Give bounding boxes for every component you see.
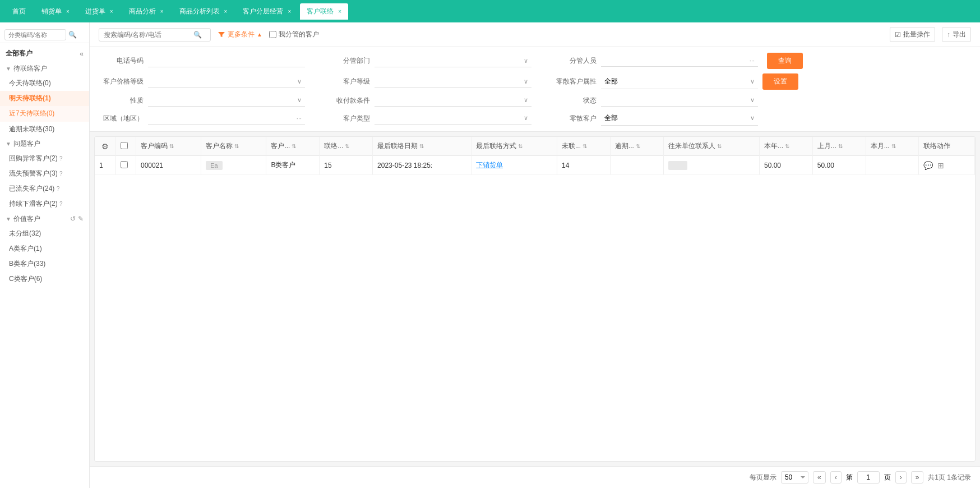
sidebar-item-a-class[interactable]: A类客户(1) [0,241,89,256]
settings-icon[interactable]: ⚙ [99,140,111,153]
grid-action-icon[interactable]: ⊞ [937,161,944,170]
select-customer-grade[interactable]: ∨ [375,76,531,88]
close-analysis-icon[interactable]: × [160,8,164,15]
query-btn[interactable]: 查询 [767,53,803,69]
sort-no-contact-icon[interactable]: ⇅ [583,143,587,149]
page-label-prefix: 第 [846,473,853,482]
nav-item-customer-seg[interactable]: 客户分层经营 × [236,3,298,20]
group-pending[interactable]: ▼ 待联络客户 [0,62,89,76]
sort-this-year-icon[interactable]: ⇅ [785,143,789,149]
select-all-checkbox[interactable] [121,142,128,149]
close-analysis-list-icon[interactable]: × [224,8,228,15]
sidebar-search-input[interactable] [4,29,66,40]
nav-item-analysis[interactable]: 商品分析 × [122,3,170,20]
sidebar-item-week[interactable]: 近7天待联络(0) [0,106,89,121]
col-no-contact[interactable]: 未联... ⇅ [557,137,611,156]
nav-item-analysis-list[interactable]: 商品分析列表 × [173,3,234,20]
col-settings[interactable]: ⚙ [95,137,116,156]
sidebar-item-c-class[interactable]: C类客户(6) [0,271,89,287]
page-size-select[interactable]: 50 10 20 100 [781,471,808,484]
export-btn[interactable]: ↑ 导出 [942,27,971,42]
sidebar-item-lost[interactable]: 流失预警客户(3) ? [0,166,89,181]
reset-btn[interactable]: 设置 [762,73,798,90]
sort-overdue-icon[interactable]: ⇅ [636,143,640,149]
select-status[interactable]: ∨ [601,94,758,107]
sort-contacts-icon[interactable]: ⇅ [345,143,349,149]
refresh-value-icon[interactable]: ↺ [70,215,76,223]
col-unit-contact[interactable]: 往来单位联系人 ⇅ [663,137,759,156]
sidebar-item-tomorrow[interactable]: 明天待联络(1) [0,91,89,106]
sort-type-icon[interactable]: ⇅ [292,143,296,149]
sidebar-item-repurchase[interactable]: 回购异常客户(2) ? [0,151,89,166]
nav-item-customer-contact[interactable]: 客户联络 × [300,3,348,20]
sort-name-icon[interactable]: ⇅ [234,143,239,149]
all-customers-header[interactable]: 全部客户 « [0,45,89,62]
message-action-icon[interactable]: 💬 [923,161,933,170]
first-page-btn[interactable]: « [813,471,826,484]
sidebar-item-churned[interactable]: 已流失客户(24) ? [0,181,89,196]
select-payment[interactable]: ∨ [375,94,531,107]
close-sales-icon[interactable]: × [66,8,70,15]
collapse-all-icon[interactable]: « [80,50,84,58]
last-page-btn[interactable]: » [911,471,924,484]
select-sparse-customer[interactable]: 全部∨ [601,111,758,126]
sort-code-icon[interactable]: ⇅ [169,143,174,149]
sort-last-date-icon[interactable]: ⇅ [419,143,424,149]
col-last-method[interactable]: 最后联络方式 ⇅ [471,137,557,156]
sidebar-search-icon[interactable]: 🔍 [68,31,77,39]
my-customers-checkbox[interactable] [269,31,276,38]
col-this-month[interactable]: 本月... ⇅ [866,137,919,156]
main-search-input[interactable] [104,31,193,39]
main-search-icon[interactable]: 🔍 [193,31,202,39]
edit-value-icon[interactable]: ✎ [78,215,84,223]
sidebar-item-today[interactable]: 今天待联络(0) [0,76,89,91]
nav-item-home[interactable]: 首页 [6,3,33,20]
cell-last-method[interactable]: 下销货单 [471,156,557,175]
select-person[interactable]: ··· [601,55,758,67]
close-customer-seg-icon[interactable]: × [288,8,291,15]
col-last-date[interactable]: 最后联络日期 ⇅ [373,137,471,156]
sort-unit-contact-icon[interactable]: ⇅ [717,143,722,149]
cell-checkbox[interactable] [116,156,136,175]
col-last-month[interactable]: 上月... ⇅ [812,137,866,156]
sort-this-month-icon[interactable]: ⇅ [891,143,896,149]
group-value[interactable]: ▼ 价值客户 ↺ ✎ [0,212,89,226]
sidebar-item-overdue[interactable]: 逾期未联络(30) [0,122,89,137]
row-checkbox[interactable] [121,161,128,168]
my-customers-checkbox-label[interactable]: 我分管的客户 [269,30,319,39]
page-size-label: 每页显示 [750,473,776,482]
sidebar-item-declining[interactable]: 持续下滑客户(2) ? [0,196,89,211]
select-price-grade[interactable]: ∨ [148,76,305,88]
sidebar-item-b-class[interactable]: B类客户(33) [0,256,89,271]
sidebar-item-unsorted[interactable]: 未分组(32) [0,226,89,241]
sort-last-method-icon[interactable]: ⇅ [518,143,523,149]
more-filters-btn[interactable]: 更多条件 ▲ [218,30,262,39]
page-input[interactable] [857,471,880,484]
select-customer-type[interactable]: ∨ [375,112,531,125]
last-method-link[interactable]: 下销货单 [476,161,503,169]
nav-item-purchase[interactable]: 进货单 × [78,3,120,20]
search-input-wrap[interactable]: 🔍 [99,28,211,42]
col-code[interactable]: 客户编码 ⇅ [136,137,201,156]
select-sparse-attr[interactable]: 全部∨ [601,75,758,89]
col-contacts[interactable]: 联络... ⇅ [320,137,373,156]
col-customer-type[interactable]: 客户... ⇅ [266,137,320,156]
select-region[interactable]: ··· [148,113,305,125]
col-name[interactable]: 客户名称 ⇅ [201,137,266,156]
cell-name[interactable]: Ea [201,156,266,175]
batch-ops-btn[interactable]: ☑ 批量操作 [890,27,935,42]
filter-row-1: 电话号码 分管部门 ∨ 分管人员 ··· 查询 [99,53,971,69]
select-dept[interactable]: ∨ [375,55,531,67]
sort-last-month-icon[interactable]: ⇅ [838,143,843,149]
select-nature[interactable]: ∨ [148,94,305,107]
next-page-btn[interactable]: › [895,471,907,484]
close-purchase-icon[interactable]: × [110,8,113,15]
close-customer-contact-icon[interactable]: × [338,8,341,15]
col-overdue[interactable]: 逾期... ⇅ [610,137,663,156]
input-phone[interactable] [148,54,305,67]
group-problem[interactable]: ▼ 问题客户 [0,137,89,151]
col-this-year[interactable]: 本年... ⇅ [759,137,812,156]
nav-item-sales[interactable]: 销货单 × [35,3,76,20]
col-checkbox[interactable] [116,137,136,156]
prev-page-btn[interactable]: ‹ [830,471,842,484]
